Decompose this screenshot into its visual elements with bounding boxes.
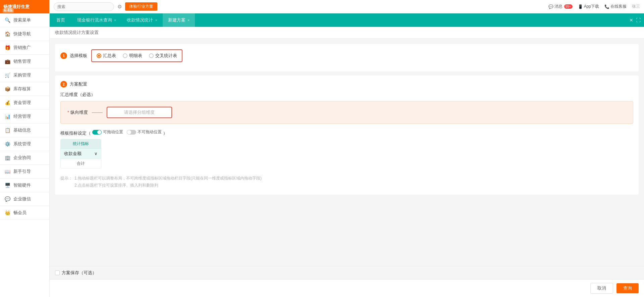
sidebar: 畅捷通好生意 标准版 🔍搜索菜单🏠快捷导航🎁营销推广💼销售管理🛒采购管理📦库存核… [0,0,50,297]
sidebar-item-label-sales: 销售管理 [13,58,31,64]
indicator-cell-amount: 收款金额 ∨ [61,148,101,159]
username-display: 张三 [632,4,640,9]
indicator-title-text: 模板指标设定（ 可拖动位置 不可拖 [60,129,167,136]
support-label: 在线客服 [610,4,627,9]
step1-label: 1 选择模板 汇总表 明细表 [60,49,633,62]
radio-detail-label: 明细表 [129,53,142,59]
enterprise-icon: 🏢 [4,154,11,161]
capital-icon: 💰 [4,99,11,106]
operations-icon: 📊 [4,113,11,120]
inventory-icon: 📦 [4,86,11,92]
indicator-dropdown-icon[interactable]: ∨ [94,151,98,156]
settings-icon[interactable]: ⚙ [117,4,122,10]
sidebar-item-quick-nav[interactable]: 🏠快捷导航 [0,27,49,41]
sidebar-item-sales[interactable]: 💼销售管理 [0,55,49,68]
tab-close-2[interactable]: × [187,18,190,22]
indicator-table-header: 统计指标 [61,139,101,148]
search-input[interactable] [54,2,114,11]
tip2-text: 2.点击标题栏下拉可设置排序、插入列和删除列 [74,182,158,189]
topbar-right: 💬 消息 99+ 📱 App下载 📞 在线客服 张三 [548,4,640,9]
step1-num: 1 [60,52,67,59]
tip-label: 提示： [60,175,72,182]
draggable-toggle-tag: 可拖动位置 [92,129,123,135]
step2-section: 2 方案配置 汇总维度（必选） * 纵向维度 —— 请选择分组维度 [55,76,639,195]
sidebar-item-purchase[interactable]: 🛒采购管理 [0,68,49,82]
purchase-icon: 🛒 [4,72,11,79]
radio-cross-label: 交叉统计表 [155,53,177,59]
tips-area: 提示： 1.拖动标题栏可以调整布局，不可跨维度或指标区域拖动栏目字段(只能在同一… [60,175,633,189]
sidebar-item-hardware[interactable]: 🖥️智能硬件 [0,179,49,192]
bottom-save-option: 方案保存（可选） [50,266,644,279]
sidebar-item-guide[interactable]: 📖新手引导 [0,165,49,179]
sales-icon: 💼 [4,58,11,65]
radio-dot-detail [123,53,127,58]
notif-badge: 99+ [564,4,573,9]
non-draggable-toggle-tag: 不可拖动位置 [127,129,162,135]
sidebar-item-label-operations: 经营管理 [13,113,31,119]
step2-num: 2 [60,81,67,88]
radio-summary[interactable]: 汇总表 [97,53,116,59]
query-button[interactable]: 查询 [616,283,639,293]
close-window-icon[interactable]: ✕ [629,17,633,23]
save-option-label: 方案保存（可选） [62,270,97,276]
radio-cross[interactable]: 交叉统计表 [149,53,177,59]
sidebar-item-label-hardware: 智能硬件 [13,182,31,188]
tab-2[interactable]: 新建方案× [163,13,195,27]
sidebar-item-label-marketing: 营销推广 [13,45,31,51]
template-radio-group: 汇总表 明细表 交叉统计表 [91,49,182,62]
main-area: ⚙ 体验行业方案 💬 消息 99+ 📱 App下载 📞 在线客服 张三 首页 现… [50,0,644,297]
tab-label-1: 收款情况统计 [127,17,153,23]
sidebar-item-label-search: 搜索菜单 [13,17,31,23]
sidebar-item-basic-info[interactable]: 📋基础信息 [0,123,49,137]
dimension-select[interactable]: 请选择分组维度 [107,107,172,118]
sidebar-item-enterprise[interactable]: 🏢企业协同 [0,151,49,165]
sidebar-item-wechat[interactable]: 💬企业微信 [0,192,49,206]
content-area: 收款情况统计方案设置 1 选择模板 汇总表 [50,27,644,279]
download-btn[interactable]: 📱 App下载 [578,4,599,9]
dim-required-mark: * 纵向维度 [67,109,88,115]
draggable-toggle[interactable] [92,130,102,135]
sidebar-item-search[interactable]: 🔍搜索菜单 [0,13,49,27]
tab-close-1[interactable]: × [155,18,157,22]
radio-dot-cross [149,53,154,58]
member-icon: 👑 [4,209,11,216]
tab-home[interactable]: 首页 [50,13,72,27]
tab-label-2: 新建方案 [168,17,185,23]
tip-row-2: 提示： 2.点击标题栏下拉可设置排序、插入列和删除列 [60,182,633,189]
guide-icon: 📖 [4,168,11,175]
dimension-row: * 纵向维度 —— 请选择分组维度 [67,107,626,118]
tab-0[interactable]: 现金银行流水查询× [72,13,121,27]
notification-btn[interactable]: 💬 消息 99+ [548,4,573,9]
tab-label-0: 现金银行流水查询 [77,17,112,23]
system-icon: ⚙️ [4,141,11,147]
tab-1[interactable]: 收款情况统计× [121,13,162,27]
home-tab-label: 首页 [56,17,65,23]
sidebar-logo: 畅捷通好生意 标准版 [0,0,49,13]
sidebar-item-inventory[interactable]: 📦库存核算 [0,82,49,96]
message-icon: 💬 [548,4,553,9]
radio-dot-summary [97,53,101,58]
sidebar-item-capital[interactable]: 💰资金管理 [0,96,49,110]
support-btn[interactable]: 📞 在线客服 [604,4,627,9]
save-checkbox[interactable] [55,270,60,275]
radio-detail[interactable]: 明细表 [123,53,142,59]
sidebar-item-marketing[interactable]: 🎁营销推广 [0,41,49,55]
non-draggable-toggle[interactable] [127,130,136,135]
sidebar-item-label-guide: 新手引导 [13,168,31,175]
download-label: App下载 [584,4,599,9]
indicator-table-footer: 合计 [61,159,101,168]
maximize-icon[interactable]: ⛶ [636,17,641,23]
sidebar-item-member[interactable]: 👑畅会员 [0,206,49,220]
sidebar-item-system[interactable]: ⚙️系统管理 [0,137,49,151]
step1-title: 选择模板 [70,53,87,59]
cancel-button[interactable]: 取消 [590,283,613,294]
form-body: 1 选择模板 汇总表 明细表 [50,39,644,266]
sidebar-item-label-system: 系统管理 [13,141,31,147]
tab-close-0[interactable]: × [114,18,116,22]
marketing-icon: 🎁 [4,44,11,51]
sidebar-item-label-member: 畅会员 [13,210,26,216]
required-star: * [67,110,69,115]
sidebar-item-operations[interactable]: 📊经营管理 [0,110,49,123]
industry-btn[interactable]: 体验行业方案 [125,2,157,11]
indicator-settings: 模板指标设定（ 可拖动位置 不可拖 [60,129,633,169]
